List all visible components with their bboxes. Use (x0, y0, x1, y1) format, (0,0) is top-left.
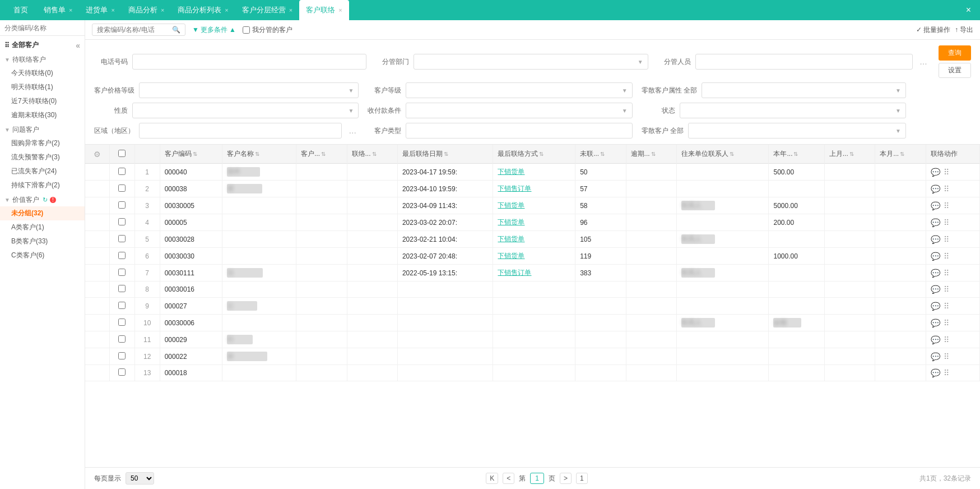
nav-tab-product-analysis[interactable]: 商品分析 × (122, 0, 171, 20)
row-last-method[interactable]: 下销货单 (493, 197, 575, 214)
search-button[interactable]: 查询 (939, 45, 971, 61)
customer-segment-tab-close[interactable]: × (289, 7, 292, 13)
no-contact-days-column-header[interactable]: 未联... ⇅ (575, 145, 626, 164)
region-input[interactable] (139, 123, 342, 139)
grid-actions-icon[interactable]: ⠿ (944, 368, 949, 377)
chat-icon[interactable]: 💬 (931, 319, 940, 327)
sidebar-collapse-icon[interactable]: « (76, 41, 80, 50)
last-page-button[interactable]: 1 (576, 473, 588, 484)
chat-icon[interactable]: 💬 (931, 352, 940, 361)
row-settings-icon[interactable] (85, 197, 110, 214)
sidebar-item-churn-warning[interactable]: 流失预警客户(3) (0, 150, 85, 164)
chat-icon[interactable]: 💬 (931, 368, 940, 377)
row-settings-icon[interactable] (85, 265, 110, 282)
row-last-method[interactable]: 下销货单 (493, 164, 575, 181)
row-checkbox[interactable] (118, 184, 126, 192)
last-contact-date-column-header[interactable]: 最后联络日期 ⇅ (397, 145, 493, 164)
nav-tab-home[interactable]: 首页 (4, 0, 37, 20)
reset-button[interactable]: 设置 (939, 63, 971, 78)
chat-icon[interactable]: 💬 (931, 235, 940, 244)
purchase-order-tab-close[interactable]: × (111, 7, 114, 13)
price-level-select[interactable]: ▼ (139, 82, 359, 98)
customer-level-select[interactable]: ▼ (406, 82, 632, 98)
row-checkbox[interactable] (118, 368, 126, 376)
sidebar-item-7days-pending[interactable]: 近7天待联络(0) (0, 94, 85, 108)
customer-name-column-header[interactable]: 客户名称 ⇅ (222, 145, 296, 164)
row-checkbox[interactable] (118, 302, 126, 309)
prev-page-button[interactable]: < (503, 473, 514, 484)
row-settings-icon[interactable] (85, 248, 110, 265)
nav-tab-customer-contact[interactable]: 客户联络 × (299, 0, 349, 20)
grid-actions-icon[interactable]: ⠿ (944, 218, 949, 227)
batch-operations-button[interactable]: ✓ 批量操作 (916, 25, 950, 35)
my-customers-filter[interactable]: 我分管的客户 (243, 25, 292, 35)
pending-contact-section[interactable]: ▼ 待联络客户 (0, 52, 85, 66)
sidebar-item-stockpile-abnormal[interactable]: 囤购异常客户(2) (0, 136, 85, 150)
row-settings-icon[interactable] (85, 331, 110, 348)
last-method-link[interactable]: 下销货单 (498, 252, 524, 260)
grid-actions-icon[interactable]: ⠿ (944, 335, 949, 344)
customer-type-input[interactable] (406, 123, 632, 139)
chat-icon[interactable]: 💬 (931, 302, 940, 311)
person-input[interactable] (695, 54, 913, 70)
last-method-link[interactable]: 下销货单 (498, 201, 524, 209)
all-customers-header[interactable]: ⠿ 全部客户 « (0, 36, 85, 52)
nav-tab-product-analysis-list[interactable]: 商品分析列表 × (171, 0, 235, 20)
sidebar-item-declining-customers[interactable]: 持续下滑客户(2) (0, 178, 85, 192)
last-contact-method-column-header[interactable]: 最后联络方式 ⇅ (493, 145, 575, 164)
filter-search-input[interactable] (97, 26, 170, 34)
sidebar-item-class-a[interactable]: A类客户(1) (0, 220, 85, 234)
value-customers-section[interactable]: ▼ 价值客户 ↻ ! (0, 192, 85, 206)
row-checkbox[interactable] (118, 285, 126, 292)
chat-icon[interactable]: 💬 (931, 335, 940, 344)
row-last-method[interactable]: 下销货单 (493, 248, 575, 265)
filter-more-conditions[interactable]: ▼ 更多条件 ▲ (192, 25, 236, 35)
grid-actions-icon[interactable]: ⠿ (944, 319, 949, 327)
row-checkbox[interactable] (118, 269, 126, 276)
sidebar-item-ungrouped[interactable]: 未分组(32) (0, 206, 85, 220)
my-customers-checkbox[interactable] (243, 26, 250, 34)
grid-actions-icon[interactable]: ⠿ (944, 201, 949, 210)
chat-icon[interactable]: 💬 (931, 184, 940, 193)
chat-icon[interactable]: 💬 (931, 201, 940, 210)
value-customers-refresh-icon[interactable]: ↻ (43, 196, 48, 204)
row-settings-icon[interactable] (85, 365, 110, 381)
row-settings-icon[interactable] (85, 315, 110, 331)
sidebar-search-input[interactable] (4, 24, 85, 32)
contact-column-header[interactable]: 联络... ⇅ (347, 145, 397, 164)
unit-contact-column-header[interactable]: 往来单位联系人 ⇅ (676, 145, 768, 164)
sidebar-item-tomorrow-pending[interactable]: 明天待联络(1) (0, 80, 85, 94)
select-all-checkbox[interactable] (118, 150, 126, 157)
row-settings-icon[interactable] (85, 214, 110, 231)
customer-contact-tab-close[interactable]: × (338, 7, 342, 13)
grid-actions-icon[interactable]: ⠿ (944, 352, 949, 361)
sidebar-item-lost-customers[interactable]: 已流失客户(24) (0, 164, 85, 178)
row-last-method[interactable]: 下销售订单 (493, 265, 575, 282)
person-dots-icon[interactable]: … (917, 57, 930, 66)
sidebar-item-class-b[interactable]: B类客户(33) (0, 234, 85, 248)
export-button[interactable]: ↑ 导出 (955, 25, 973, 35)
grid-actions-icon[interactable]: ⠿ (944, 302, 949, 311)
grid-actions-icon[interactable]: ⠿ (944, 269, 949, 278)
payment-terms-select[interactable]: ▼ (406, 103, 632, 118)
sidebar-item-overdue-pending[interactable]: 逾期未联络(30) (0, 108, 85, 122)
nav-tab-purchase-order[interactable]: 进货单 × (79, 0, 121, 20)
grid-actions-icon[interactable]: ⠿ (944, 252, 949, 261)
sales-order-tab-close[interactable]: × (69, 7, 72, 13)
product-analysis-tab-close[interactable]: × (161, 7, 164, 13)
region-dots-icon[interactable]: … (346, 126, 359, 135)
row-last-method[interactable]: 下销售订单 (493, 181, 575, 197)
last-method-link[interactable]: 下销货单 (498, 168, 524, 176)
row-settings-icon[interactable] (85, 348, 110, 365)
next-page-button[interactable]: > (560, 473, 572, 484)
row-checkbox[interactable] (118, 168, 126, 175)
grid-actions-icon[interactable]: ⠿ (944, 168, 949, 177)
nature-select[interactable]: ▼ (132, 103, 359, 118)
first-page-button[interactable]: K (486, 473, 498, 484)
dept-select[interactable]: ▼ (414, 54, 648, 70)
row-last-method[interactable]: 下销货单 (493, 214, 575, 231)
row-checkbox[interactable] (118, 252, 126, 259)
row-settings-icon[interactable] (85, 282, 110, 298)
problem-customers-section[interactable]: ▼ 问题客户 (0, 122, 85, 136)
last-method-link[interactable]: 下销售订单 (498, 269, 531, 276)
